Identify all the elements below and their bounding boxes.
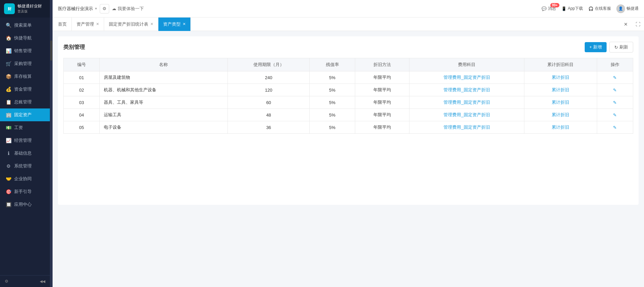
tab-首页[interactable]: 首页 xyxy=(58,18,72,31)
online-service-label: 在线客服 xyxy=(595,6,611,11)
cell-2-0: 03 xyxy=(64,96,100,109)
sidebar-item-资金管理[interactable]: 💰资金管理 xyxy=(0,83,50,96)
sidebar-item-搜索菜单[interactable]: 🔍搜索菜单 xyxy=(0,19,50,32)
content-panel: 类别管理 + 新增 ↻ 刷新 编号名称使用期限（月）残值率折旧方法费用科目累计折… xyxy=(58,36,639,205)
col-header-7: 操作 xyxy=(597,58,633,71)
cell-0-7[interactable]: ✎ xyxy=(597,71,633,84)
tab-资产类型[interactable]: 资产类型✕ xyxy=(158,18,191,31)
sidebar-scrollbar[interactable] xyxy=(50,0,53,287)
sidebar: 财 畅捷通好业财 普及版 🔍搜索菜单🏠快捷导航📊销售管理🛒采购管理📦库存核算💰资… xyxy=(0,0,50,287)
tab-close-2[interactable]: ✕ xyxy=(150,22,153,26)
cell-2-5: 管理费用_固定资产折旧 xyxy=(409,96,524,109)
sidebar-item-固定资产[interactable]: 🏢固定资产 xyxy=(0,108,50,121)
cell-2-4: 年限平均 xyxy=(355,96,409,109)
cell-3-4: 年限平均 xyxy=(355,109,409,121)
tab-label-0: 首页 xyxy=(58,21,67,27)
cell-1-7[interactable]: ✎ xyxy=(597,84,633,96)
tab-label-2: 固定资产折旧统计表 xyxy=(109,21,148,27)
cloud-icon: ☁ xyxy=(112,6,116,11)
cell-1-1: 机器、机械和其他生产设备 xyxy=(100,84,228,96)
refresh-button[interactable]: ↻ 刷新 xyxy=(609,42,633,53)
sidebar-item-采购管理[interactable]: 🛒采购管理 xyxy=(0,57,50,70)
tab-固定资产折旧统计表[interactable]: 固定资产折旧统计表✕ xyxy=(104,18,158,31)
cell-2-6: 累计折旧 xyxy=(524,96,597,109)
sidebar-item-库存核算[interactable]: 📦库存核算 xyxy=(0,70,50,83)
cell-2-7[interactable]: ✎ xyxy=(597,96,633,109)
tab-资产管理[interactable]: 资产管理✕ xyxy=(72,18,104,31)
nav-icon-6: 📋 xyxy=(5,99,11,105)
col-header-1: 名称 xyxy=(100,58,228,71)
sidebar-scroll-thumb xyxy=(50,40,52,61)
new-button[interactable]: + 新增 xyxy=(585,42,607,52)
page-title: 类别管理 xyxy=(63,44,85,51)
experience-label: 我要体验一下 xyxy=(118,6,144,12)
refresh-icon: ↻ xyxy=(614,45,618,50)
nav-label-13: 新手引导 xyxy=(14,189,32,195)
sidebar-footer: ⚙ ◀◀ xyxy=(0,275,50,287)
nav-icon-10: ℹ xyxy=(5,150,11,156)
sidebar-item-系统管理[interactable]: ⚙系统管理 xyxy=(0,160,50,172)
nav-icon-9: 📈 xyxy=(5,137,11,144)
logo-icon: 财 xyxy=(4,3,15,14)
cell-0-5: 管理费用_固定资产折旧 xyxy=(409,71,524,84)
cell-4-5: 管理费用_固定资产折旧 xyxy=(409,121,524,134)
cell-1-6: 累计折旧 xyxy=(524,84,597,96)
close-window-button[interactable]: ✕ xyxy=(620,20,632,29)
content-area: 类别管理 + 新增 ↻ 刷新 编号名称使用期限（月）残值率折旧方法费用科目累计折… xyxy=(53,31,644,287)
sidebar-item-基础信息[interactable]: ℹ基础信息 xyxy=(0,147,50,160)
nav-label-6: 总账管理 xyxy=(14,99,32,105)
nav-icon-5: 💰 xyxy=(5,86,11,92)
maximize-window-button[interactable]: ⛶ xyxy=(632,20,644,29)
download-icon: 📱 xyxy=(561,6,566,11)
tab-label-3: 资产类型 xyxy=(163,21,181,27)
tab-close-1[interactable]: ✕ xyxy=(96,22,99,26)
main-area: 医疗器械行业演示 ▾ ⚙ ☁ 我要体验一下 💬 消息 99 📱 App下载 xyxy=(53,0,644,287)
col-header-0: 编号 xyxy=(64,58,100,71)
cell-3-7[interactable]: ✎ xyxy=(597,109,633,121)
sidebar-item-快捷导航[interactable]: 🏠快捷导航 xyxy=(0,32,50,44)
col-header-5: 费用科目 xyxy=(409,58,524,71)
panel-header: 类别管理 + 新增 ↻ 刷新 xyxy=(63,42,633,53)
experience-button[interactable]: ☁ 我要体验一下 xyxy=(112,6,144,12)
topbar-left: 医疗器械行业演示 ▾ ⚙ ☁ 我要体验一下 xyxy=(58,4,144,13)
message-badge: 99 xyxy=(550,3,559,7)
nav-label-1: 快捷导航 xyxy=(14,35,32,41)
sidebar-item-总账管理[interactable]: 📋总账管理 xyxy=(0,96,50,108)
user-name: 畅捷通 xyxy=(626,6,639,11)
cell-3-1: 运输工具 xyxy=(100,109,228,121)
table-row: 03器具、工具、家具等605%年限平均管理费用_固定资产折旧累计折旧✎ xyxy=(64,96,633,109)
table-row: 01房屋及建筑物2405%年限平均管理费用_固定资产折旧累计折旧✎ xyxy=(64,71,633,84)
sidebar-item-销售管理[interactable]: 📊销售管理 xyxy=(0,44,50,57)
nav-icon-13: 🎯 xyxy=(5,189,11,195)
table-row: 05电子设备365%年限平均管理费用_固定资产折旧累计折旧✎ xyxy=(64,121,633,134)
cell-1-5: 管理费用_固定资产折旧 xyxy=(409,84,524,96)
app-download-button[interactable]: 📱 App下载 xyxy=(561,6,583,11)
nav-icon-4: 📦 xyxy=(5,73,11,79)
cell-0-4: 年限平均 xyxy=(355,71,409,84)
message-button[interactable]: 💬 消息 99 xyxy=(542,6,556,11)
sidebar-item-企业协同[interactable]: 🤝企业协同 xyxy=(0,172,50,185)
cell-1-3: 5% xyxy=(310,84,355,96)
user-profile[interactable]: 👤 畅捷通 xyxy=(616,4,639,13)
cell-3-6: 累计折旧 xyxy=(524,109,597,121)
settings-icon[interactable]: ⚙ xyxy=(5,279,8,284)
panel-actions: + 新增 ↻ 刷新 xyxy=(585,42,633,53)
cell-1-4: 年限平均 xyxy=(355,84,409,96)
cell-1-2: 120 xyxy=(227,84,309,96)
nav-label-3: 采购管理 xyxy=(14,61,32,67)
settings-button[interactable]: ⚙ xyxy=(100,4,109,13)
sidebar-item-新手引导[interactable]: 🎯新手引导 xyxy=(0,185,50,198)
tab-close-3[interactable]: ✕ xyxy=(183,22,186,26)
table-body: 01房屋及建筑物2405%年限平均管理费用_固定资产折旧累计折旧✎02机器、机械… xyxy=(64,71,633,134)
collapse-icon[interactable]: ◀◀ xyxy=(40,279,45,284)
cell-4-7[interactable]: ✎ xyxy=(597,121,633,134)
sidebar-item-工资[interactable]: 💵工资 xyxy=(0,121,50,134)
sidebar-item-经营管理[interactable]: 📈经营管理 xyxy=(0,134,50,147)
cell-4-4: 年限平均 xyxy=(355,121,409,134)
online-service-button[interactable]: 🎧 在线客服 xyxy=(588,6,611,11)
sidebar-nav: 🔍搜索菜单🏠快捷导航📊销售管理🛒采购管理📦库存核算💰资金管理📋总账管理🏢固定资产… xyxy=(0,18,50,275)
current-app-selector[interactable]: 医疗器械行业演示 ▾ xyxy=(58,6,97,12)
sidebar-item-应用中心[interactable]: 🔲应用中心 xyxy=(0,198,50,211)
cell-0-1: 房屋及建筑物 xyxy=(100,71,228,84)
col-header-2: 使用期限（月） xyxy=(227,58,309,71)
